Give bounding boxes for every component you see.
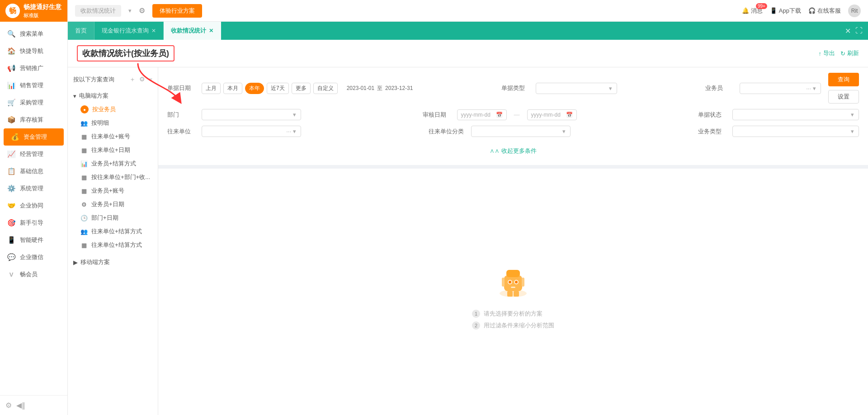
- sidebar-item-guide[interactable]: 🎯 新手引导: [0, 214, 67, 231]
- online-service-button[interactable]: 🎧 在线客服: [808, 7, 841, 15]
- app-download-button[interactable]: 📱 App下载: [770, 7, 801, 15]
- sidebar-item-wechat[interactable]: 💬 企业微信: [0, 249, 67, 266]
- tab-collect[interactable]: 收款情况统计 ✕: [164, 22, 221, 40]
- empty-illustration: [493, 262, 533, 302]
- tab-bank[interactable]: 现金银行流水查询 ✕: [94, 22, 164, 40]
- audit-date-to-input[interactable]: yyyy-mm-dd 📅: [527, 109, 577, 120]
- scheme-item-partner-settle1[interactable]: 👥 往来单位+结算方式: [68, 225, 158, 238]
- device-icon: 📱: [7, 236, 15, 244]
- tab-bank-label: 现金银行流水查询: [102, 27, 149, 35]
- date-label: 单据日期: [167, 84, 194, 92]
- chart-icon: 📊: [7, 81, 15, 90]
- collapse-panel-icon[interactable]: «: [149, 75, 152, 84]
- sidebar-item-inventory[interactable]: 📦 库存核算: [0, 111, 67, 128]
- calendar-from-icon[interactable]: 📅: [496, 112, 503, 118]
- desktop-scheme-title[interactable]: ▾ 电脑端方案: [68, 89, 158, 103]
- refresh-icon: ↻: [840, 50, 845, 57]
- scheme-item-salesman-settle[interactable]: 📊 业务员+结算方式: [68, 157, 158, 170]
- scheme-item-dept-date[interactable]: 🕒 部门+日期: [68, 211, 158, 225]
- headset-icon: 🎧: [808, 7, 816, 14]
- sidebar-item-basic[interactable]: 📋 基础信息: [0, 163, 67, 180]
- tab-home[interactable]: 首页: [68, 22, 94, 40]
- scheme-item-salesman-date[interactable]: ⚙ 业务员+日期: [68, 198, 158, 211]
- left-panel: 按以下方案查询 ＋ ⚙ « ▾ 电脑端方案 ●: [68, 67, 158, 415]
- export-button[interactable]: ↑ 导出: [819, 49, 835, 57]
- sidebar-item-system[interactable]: ⚙️ 系统管理: [0, 180, 67, 197]
- sidebar-item-member[interactable]: V 畅会员: [0, 266, 67, 283]
- table-icon-2: ▦: [80, 146, 88, 154]
- sidebar-item-hardware[interactable]: 📱 智能硬件: [0, 231, 67, 249]
- tab-collect-label: 收款情况统计: [171, 27, 206, 35]
- partner-select[interactable]: ··· ▾: [202, 126, 301, 137]
- setting-button[interactable]: 设置: [828, 90, 859, 104]
- empty-state: 1 请先选择要分析的方案 2 用过滤条件来缩小分析范围: [158, 169, 868, 415]
- handshake-icon: 🤝: [7, 202, 15, 210]
- sidebar-item-quick[interactable]: 🏠 快捷导航: [0, 42, 67, 60]
- solution-button[interactable]: 体验行业方案: [152, 4, 202, 18]
- scheme-item-partner-date[interactable]: ▦ 往来单位+日期: [68, 143, 158, 157]
- scheme-item-partner-settle2[interactable]: ▦ 往来单位+结算方式: [68, 238, 158, 252]
- add-scheme-icon[interactable]: ＋: [129, 75, 136, 84]
- date-btn-more[interactable]: 更多: [292, 83, 311, 94]
- date-btn-7days[interactable]: 近7天: [267, 83, 289, 94]
- partner-ellipsis-icon: ···: [286, 128, 291, 135]
- mobile-scheme-title[interactable]: ▶ 移动端方案: [68, 255, 158, 269]
- svg-rect-9: [522, 278, 524, 287]
- audit-date-from-input[interactable]: yyyy-mm-dd 📅: [457, 109, 507, 120]
- message-button[interactable]: 🔔 消息 99+: [742, 7, 763, 15]
- audit-date-from-placeholder: yyyy-mm-dd: [461, 112, 491, 118]
- refresh-button[interactable]: ↻ 刷新: [840, 49, 859, 57]
- sidebar-item-finance[interactable]: 💰 资金管理: [4, 128, 64, 146]
- scheme-item-partner-dept[interactable]: ▦ 按往来单位+部门+收...: [68, 170, 158, 184]
- date-btn-last-month[interactable]: 上月: [202, 83, 221, 94]
- tab-bank-close-icon[interactable]: ✕: [151, 28, 156, 34]
- calendar-to-icon[interactable]: 📅: [566, 112, 573, 118]
- sidebar-label-sales: 销售管理: [20, 81, 43, 90]
- settings-scheme-icon[interactable]: ⚙: [139, 75, 145, 84]
- biz-type-select[interactable]: ▾: [732, 126, 859, 137]
- sidebar-label-wechat: 企业微信: [20, 253, 43, 261]
- topbar-dropdown-arrow[interactable]: ▾: [128, 7, 132, 14]
- table-icon-3: ▦: [80, 174, 88, 181]
- collapse-up-icon: ∧∧: [490, 147, 500, 154]
- topbar-gear-icon[interactable]: ⚙: [139, 6, 145, 15]
- date-btn-custom[interactable]: 自定义: [313, 83, 338, 94]
- sidebar-item-operation[interactable]: 📈 经营管理: [0, 146, 67, 163]
- query-button[interactable]: 查询: [828, 73, 859, 86]
- sidebar-item-purchase[interactable]: 🛒 采购管理: [0, 94, 67, 111]
- svg-rect-8: [502, 278, 505, 287]
- step-2-num: 2: [472, 321, 480, 330]
- user-avatar[interactable]: Rit: [848, 5, 861, 17]
- doc-status-select[interactable]: ▾: [732, 109, 859, 120]
- desktop-scheme-group: ▾ 电脑端方案 ● 按业务员 👥 按明细 ▦: [68, 87, 158, 254]
- date-options-group: 上月 本月 本年 近7天 更多 自定义: [202, 83, 338, 94]
- svg-rect-11: [514, 291, 519, 297]
- salesman-select[interactable]: ··· ▾: [740, 83, 821, 94]
- filter-row-partner: 往来单位 ··· ▾ 往来单位分类 ▾: [167, 126, 859, 137]
- dept-select[interactable]: ▾: [202, 109, 301, 120]
- date-btn-this-month[interactable]: 本月: [223, 83, 242, 94]
- close-window-icon[interactable]: ✕: [845, 27, 851, 35]
- scheme-item-salesman[interactable]: ● 按业务员: [68, 103, 158, 116]
- scheme-label-partner-account: 往来单位+账号: [91, 132, 130, 141]
- scheme-item-detail[interactable]: 👥 按明细: [68, 116, 158, 130]
- collapse-label: 收起更多条件: [501, 147, 537, 154]
- collapse-sidebar-icon[interactable]: ◀‖: [16, 401, 25, 410]
- collapse-bar[interactable]: ∧∧ 收起更多条件: [167, 142, 859, 160]
- sidebar-item-sales[interactable]: 📊 销售管理: [0, 77, 67, 94]
- sidebar-item-marketing[interactable]: 📢 营销推广: [0, 60, 67, 77]
- table-icon-5: ▦: [80, 241, 88, 249]
- scheme-item-salesman-account[interactable]: ▦ 业务员+账号: [68, 184, 158, 198]
- sidebar-item-corp[interactable]: 🤝 企业协同: [0, 197, 67, 214]
- scheme-label-dept-date: 部门+日期: [91, 214, 118, 222]
- doc-type-select[interactable]: ▾: [536, 83, 617, 94]
- sidebar-item-search[interactable]: 🔍 搜索菜单: [0, 25, 67, 42]
- expand-icon[interactable]: ⛶: [855, 27, 863, 35]
- partner-category-select[interactable]: ▾: [471, 126, 571, 137]
- service-label: 在线客服: [817, 7, 841, 15]
- topbar-breadcrumb: 收款情况统计: [75, 5, 121, 17]
- date-btn-this-year[interactable]: 本年: [245, 83, 264, 94]
- settings-bottom-icon[interactable]: ⚙: [5, 401, 12, 410]
- tab-collect-close-icon[interactable]: ✕: [209, 28, 213, 34]
- scheme-item-partner-account[interactable]: ▦ 往来单位+账号: [68, 130, 158, 143]
